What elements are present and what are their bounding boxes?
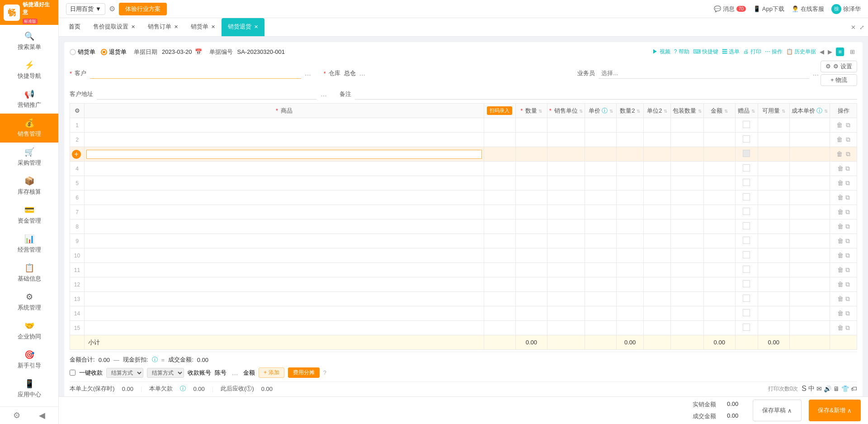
radio-sales-bill[interactable]: 销货单 bbox=[70, 48, 95, 56]
warehouse-picker[interactable]: ... bbox=[358, 69, 367, 77]
expense-split-btn[interactable]: 费用分摊 bbox=[288, 367, 320, 378]
gift-checkbox-11[interactable] bbox=[743, 266, 750, 273]
gift-checkbox-4[interactable] bbox=[743, 164, 750, 172]
settlement-select-2[interactable]: 结算方式 bbox=[147, 368, 184, 378]
del12[interactable]: 🗑 bbox=[837, 281, 844, 288]
copy9[interactable]: ⧉ bbox=[845, 237, 850, 244]
customer-picker[interactable]: ... bbox=[303, 69, 312, 77]
print-link[interactable]: 🖨 打印 bbox=[743, 48, 761, 56]
sidebar-item-operations[interactable]: 📊 经营管理 bbox=[0, 229, 58, 258]
copy14[interactable]: ⧉ bbox=[845, 310, 850, 317]
online-service-btn[interactable]: 👨‍💼 在线客服 bbox=[792, 5, 824, 13]
debt-info-icon[interactable]: ⓘ bbox=[180, 385, 186, 393]
gift-checkbox-10[interactable] bbox=[743, 251, 750, 258]
history-link[interactable]: 📋 历史单据 bbox=[786, 48, 816, 56]
tab-sales-bill[interactable]: 销货单 ✕ bbox=[184, 18, 222, 36]
sort-qty2[interactable]: ⇅ bbox=[637, 109, 640, 114]
del10[interactable]: 🗑 bbox=[837, 252, 844, 259]
copy10[interactable]: ⧉ bbox=[845, 252, 850, 259]
sidebar-item-inventory[interactable]: 📦 库存核算 bbox=[0, 172, 58, 200]
sidebar-item-system[interactable]: ⚙ 系统管理 bbox=[0, 287, 58, 316]
topbar-gear-icon[interactable]: ⚙ bbox=[109, 5, 115, 13]
settlement-select[interactable]: 结算方式 bbox=[106, 368, 143, 378]
gift-checkbox-9[interactable] bbox=[743, 237, 750, 244]
del9[interactable]: 🗑 bbox=[837, 237, 844, 244]
video-link[interactable]: ▶ 视频 bbox=[652, 48, 670, 56]
copy4[interactable]: ⧉ bbox=[845, 165, 850, 172]
user-menu[interactable]: 徐 徐泽华 bbox=[831, 4, 861, 14]
bottom-icon-2[interactable]: 中 bbox=[808, 385, 815, 393]
radio-return-bill[interactable]: 退货单 bbox=[101, 48, 127, 56]
nav-prev[interactable]: ◀ bbox=[820, 48, 824, 55]
staff-input[interactable] bbox=[599, 68, 809, 79]
tab-sales-order[interactable]: 销售订单 ✕ bbox=[142, 18, 184, 36]
sort-gift[interactable]: ⇅ bbox=[751, 109, 755, 114]
logistics-btn[interactable]: + 物流 bbox=[821, 74, 857, 86]
sidebar-item-finance[interactable]: 💳 资金管理 bbox=[0, 200, 58, 229]
copy-row-2[interactable]: ⧉ bbox=[846, 136, 850, 143]
sort-price[interactable]: ⇅ bbox=[609, 109, 613, 114]
copy12[interactable]: ⧉ bbox=[845, 281, 850, 288]
bottom-icon-1[interactable]: S bbox=[802, 385, 807, 393]
sidebar-item-app[interactable]: 📱 应用中心 bbox=[0, 374, 58, 403]
delete-row-1[interactable]: 🗑 bbox=[836, 121, 843, 129]
select-link[interactable]: ☰ 选单 bbox=[722, 48, 740, 56]
sort-unit2[interactable]: ⇅ bbox=[664, 109, 667, 114]
tab-close-sales-return[interactable]: ✕ bbox=[254, 24, 258, 30]
add-pay-btn[interactable]: + 添加 bbox=[259, 367, 284, 378]
copy11[interactable]: ⧉ bbox=[845, 266, 850, 273]
help-link[interactable]: ? 帮助 bbox=[674, 48, 689, 56]
tab-sales-return[interactable]: 销货退货 ✕ bbox=[222, 18, 264, 36]
gift-checkbox-14[interactable] bbox=[743, 309, 750, 316]
price-info-icon[interactable]: ⓘ bbox=[602, 107, 608, 114]
expense-info-icon[interactable]: ? bbox=[323, 369, 326, 376]
add-row-btn[interactable]: + bbox=[72, 150, 81, 159]
delete-row-3[interactable]: 🗑 bbox=[836, 150, 843, 157]
copy8[interactable]: ⧉ bbox=[845, 223, 850, 230]
del4[interactable]: 🗑 bbox=[837, 165, 844, 172]
gift-checkbox-3[interactable] bbox=[743, 150, 750, 157]
del7[interactable]: 🗑 bbox=[837, 208, 844, 215]
scan-input-btn[interactable]: 扫码录入 bbox=[487, 106, 512, 115]
tab-restore[interactable]: ⤢ bbox=[859, 24, 864, 31]
bottom-icon-4[interactable]: 🔊 bbox=[824, 385, 831, 392]
gift-checkbox-8[interactable] bbox=[743, 222, 750, 229]
sidebar-item-search[interactable]: 🔍 搜索菜单 bbox=[0, 27, 58, 56]
gift-checkbox-13[interactable] bbox=[743, 295, 750, 302]
one-click-pay-check[interactable] bbox=[70, 370, 75, 376]
cost-info-icon[interactable]: ⓘ bbox=[816, 107, 822, 114]
view-toggle-1[interactable]: ≡ bbox=[836, 48, 844, 56]
sort-sales-unit[interactable]: ⇅ bbox=[579, 109, 583, 114]
sidebar-item-corp[interactable]: 🤝 企业协同 bbox=[0, 316, 58, 345]
del8[interactable]: 🗑 bbox=[837, 223, 844, 230]
sidebar-item-wechat[interactable]: 💬 企业微信 bbox=[0, 403, 58, 406]
customer-input[interactable] bbox=[90, 68, 301, 79]
copy6[interactable]: ⧉ bbox=[845, 194, 850, 201]
industry-select[interactable]: 日用百货 ▼ bbox=[66, 3, 105, 15]
message-btn[interactable]: 💬 消息 70 bbox=[714, 5, 746, 13]
app-download-btn[interactable]: 📱 App下载 bbox=[753, 5, 784, 13]
tab-close-sales-order[interactable]: ✕ bbox=[174, 24, 178, 30]
sidebar-item-guide[interactable]: 🎯 新手引导 bbox=[0, 345, 58, 374]
copy5[interactable]: ⧉ bbox=[845, 179, 850, 186]
copy-row-3[interactable]: ⧉ bbox=[846, 150, 850, 157]
view-toggle-2[interactable]: ⊞ bbox=[848, 48, 857, 56]
staff-picker[interactable]: ... bbox=[811, 69, 821, 77]
nav-next[interactable]: ▶ bbox=[828, 48, 832, 55]
account-picker[interactable]: ... bbox=[230, 369, 240, 377]
bottom-icon-6[interactable]: 👕 bbox=[841, 385, 849, 392]
note-input[interactable] bbox=[355, 89, 857, 100]
settings-btn[interactable]: ⚙ ⚙ 设置 bbox=[821, 61, 857, 72]
del15[interactable]: 🗑 bbox=[837, 324, 844, 331]
shortcut-link[interactable]: ⌨ 快捷键 bbox=[693, 48, 718, 56]
gift-checkbox-1[interactable] bbox=[743, 121, 750, 128]
sort-quantity[interactable]: ⇅ bbox=[538, 109, 542, 114]
del6[interactable]: 🗑 bbox=[837, 194, 844, 201]
op-link[interactable]: ⋯ 操作 bbox=[765, 48, 783, 56]
gift-checkbox-2[interactable] bbox=[743, 135, 750, 143]
save-draft-btn[interactable]: 保存草稿 ∧ bbox=[753, 400, 802, 421]
sidebar-item-marketing[interactable]: 📢 营销推广 bbox=[0, 85, 58, 114]
del13[interactable]: 🗑 bbox=[837, 295, 844, 302]
sidebar-settings-btn[interactable]: ⚙ bbox=[13, 410, 20, 420]
copy15[interactable]: ⧉ bbox=[845, 324, 850, 331]
